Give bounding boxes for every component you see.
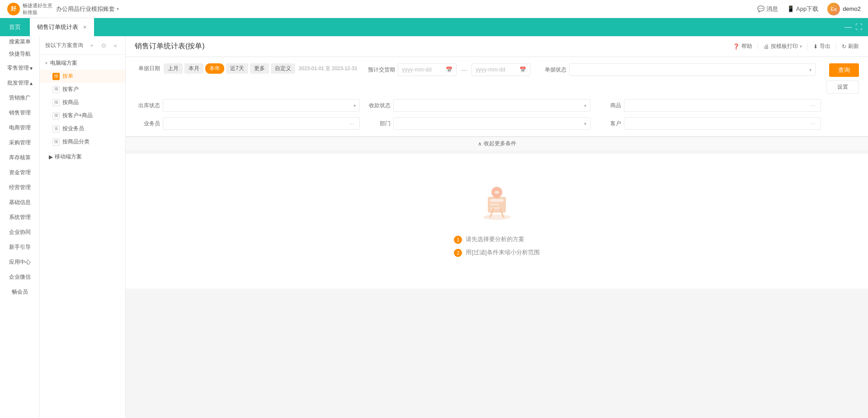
date-btn-this-month[interactable]: 本月 <box>184 63 203 74</box>
select-arrow-icon: ▾ <box>354 103 356 108</box>
plan-group-desktop[interactable]: ▾ 电脑端方案 <box>40 57 125 70</box>
left-panel: 按以下方案查询 + ⊙ « ▾ 电脑端方案 按 按单 用 按客户 <box>40 36 126 418</box>
toggle-icon: ▶ <box>49 154 53 160</box>
tab-close-icon[interactable]: ✕ <box>83 24 87 30</box>
sidebar-item-operations[interactable]: 经营管理 <box>0 180 39 195</box>
sidebar-item-inventory[interactable]: 库存核算 <box>0 150 39 165</box>
sidebar-item-wholesale[interactable]: 批发管理 ▴ <box>0 76 39 90</box>
sidebar-item-sales[interactable]: 销售管理 <box>0 105 39 120</box>
query-button[interactable]: 查询 <box>829 63 859 77</box>
department-select[interactable]: ▾ <box>393 117 590 130</box>
sidebar-item-wechat[interactable]: 企业微信 <box>0 270 39 285</box>
empty-step-2: 2 用[过滤]条件来缩小分析范围 <box>454 248 539 257</box>
user-area[interactable]: Ea demo2 <box>827 3 861 15</box>
delivery-status-label: 出库状态 <box>135 102 160 109</box>
left-panel-header: 按以下方案查询 + ⊙ « <box>40 36 125 55</box>
plan-item-icon: 按 <box>52 99 60 106</box>
select-arrow-icon: ▾ <box>584 121 586 126</box>
divider <box>758 43 758 50</box>
sidebar-item-apps[interactable]: 应用中心 <box>0 255 39 270</box>
date-btn-this-year[interactable]: 本年 <box>205 63 224 74</box>
minimize-button[interactable]: — <box>844 24 852 31</box>
sidebar-item-retail[interactable]: 零售管理 ▾ <box>0 61 39 76</box>
collapse-panel-button[interactable]: « <box>111 41 120 50</box>
action-buttons: 查询 设置 <box>821 63 859 94</box>
logo-text: 畅捷通好生意 标推版 <box>23 2 52 15</box>
sidebar-item-newbie[interactable]: 新手引导 <box>0 240 39 255</box>
sidebar-item-marketing[interactable]: 营销推广 <box>0 90 39 105</box>
date-btn-last-month[interactable]: 上月 <box>164 63 183 74</box>
logo-area: 好 畅捷通好生意 标推版 <box>7 2 52 15</box>
divider <box>807 43 808 50</box>
avatar: Ea <box>827 3 840 15</box>
salesperson-input[interactable]: ··· <box>163 117 360 130</box>
select-arrow-icon: ▾ <box>584 103 586 108</box>
logo-icon: 好 <box>7 3 20 15</box>
department-label: 部门 <box>365 120 391 128</box>
sidebar-quick-nav[interactable]: 快捷导航 <box>0 48 39 61</box>
print-icon: 🖨 <box>764 43 769 50</box>
product-more-icon[interactable]: ··· <box>809 102 817 109</box>
sidebar-item-member[interactable]: 畅会员 <box>0 285 39 299</box>
plan-item-by-product-category[interactable]: 按 按商品分类 <box>40 135 125 148</box>
plan-group-label: 电脑端方案 <box>50 59 77 67</box>
sidebar-search[interactable]: 搜索菜单 <box>0 36 39 48</box>
svg-rect-2 <box>490 199 504 202</box>
expected-date-start[interactable]: yyyy-mm-dd 📅 <box>398 63 457 76</box>
delivery-status-select[interactable]: ▾ <box>163 99 360 112</box>
payment-status-label: 收款状态 <box>365 102 391 109</box>
payment-status-select[interactable]: ▾ <box>393 99 590 112</box>
settings-button[interactable]: 设置 <box>826 81 859 94</box>
company-selector[interactable]: 办公用品行业模拟账套 ▾ <box>56 5 119 13</box>
empty-state: 1 请先选择要分析的方案 2 用[过滤]条件来缩小分析范围 <box>126 154 868 289</box>
add-plan-button[interactable]: + <box>87 41 96 50</box>
salesperson-more-icon[interactable]: ··· <box>348 120 356 127</box>
expected-date-label: 预计交货期 <box>368 66 395 74</box>
plan-item-by-salesperson[interactable]: 业 按业务员 <box>40 122 125 135</box>
help-icon: ❓ <box>733 43 740 50</box>
tab-home[interactable]: 首页 <box>0 18 30 36</box>
maximize-button[interactable]: ⛶ <box>855 24 863 31</box>
empty-step-1: 1 请先选择要分析的方案 <box>454 235 539 244</box>
template-print-button[interactable]: 🖨 按模板打印 ▾ <box>764 43 802 50</box>
sidebar-item-ecommerce[interactable]: 电商管理 <box>0 120 39 135</box>
export-button[interactable]: ⬇ 导出 <box>813 43 830 50</box>
expected-date-end[interactable]: yyyy-mm-dd 📅 <box>472 63 530 76</box>
settings-plan-button[interactable]: ⊙ <box>99 41 108 50</box>
customer-more-icon[interactable]: ··· <box>809 120 817 127</box>
date-btn-custom[interactable]: 自定义 <box>271 63 295 74</box>
sidebar-item-system[interactable]: 系统管理 <box>0 210 39 225</box>
collapse-bar[interactable]: ∧ 收起更多条件 <box>126 137 868 150</box>
plan-item-by-customer-product[interactable]: 按 按客户+商品 <box>40 109 125 122</box>
plan-item-by-customer[interactable]: 用 按客户 <box>40 83 125 96</box>
sidebar-item-base[interactable]: 基础信息 <box>0 195 39 210</box>
customer-input[interactable]: ··· <box>624 117 821 130</box>
collapse-icon: ∧ <box>478 141 482 147</box>
plan-item-by-order[interactable]: 按 按单 <box>40 70 125 83</box>
date-btn-more[interactable]: 更多 <box>250 63 269 74</box>
divider <box>836 43 836 50</box>
app-download-button[interactable]: 📱 App下载 <box>787 5 818 13</box>
refresh-button[interactable]: ↻ 刷新 <box>842 43 859 50</box>
plan-item-by-product[interactable]: 按 按商品 <box>40 96 125 109</box>
plan-group-mobile[interactable]: ▶ 移动端方案 <box>40 150 125 163</box>
date-btn-last-7days[interactable]: 近7天 <box>226 63 248 74</box>
help-button[interactable]: ❓ 帮助 <box>733 43 752 50</box>
filter-area: 单据日期 上月 本月 本年 近7天 更多 自定义 2023-01-01 至 20… <box>126 57 868 137</box>
sidebar-item-enterprise[interactable]: 企业协同 <box>0 225 39 240</box>
sidebar-item-purchase[interactable]: 采购管理 <box>0 135 39 150</box>
sidebar-item-finance[interactable]: 资金管理 <box>0 165 39 180</box>
tab-sales-order-stats[interactable]: 销售订单统计表 ✕ <box>30 18 94 36</box>
message-button[interactable]: 💬 消息 <box>757 5 778 13</box>
empty-steps: 1 请先选择要分析的方案 2 用[过滤]条件来缩小分析范围 <box>454 235 539 261</box>
svg-point-0 <box>483 214 510 220</box>
date-quick-buttons: 上月 本月 本年 近7天 更多 自定义 <box>164 63 295 74</box>
plan-section-desktop: ▾ 电脑端方案 按 按单 用 按客户 按 按商品 按 按客户+商品 <box>40 55 125 150</box>
bill-status-select[interactable]: ▾ <box>569 63 816 76</box>
chevron-icon: ▾ <box>30 65 33 71</box>
product-input[interactable]: ··· <box>624 99 821 112</box>
date-range-text: 2023-01-01 至 2023-12-31 <box>299 65 358 72</box>
page-actions: ❓ 帮助 🖨 按模板打印 ▾ ⬇ 导出 <box>733 43 859 50</box>
main-layout: 搜索菜单 快捷导航 零售管理 ▾ 批发管理 ▴ 营销推广 销售管理 电商管理 采… <box>0 36 868 418</box>
customer-label: 客户 <box>596 120 621 128</box>
